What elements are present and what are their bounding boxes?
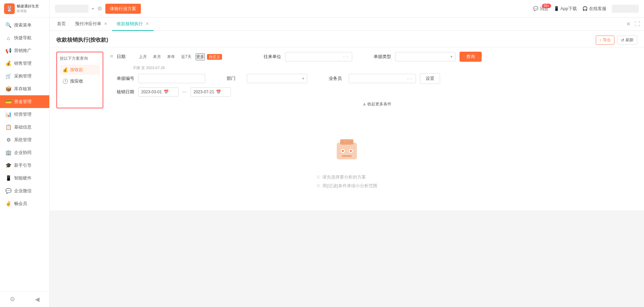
doc-type-label: 单据类型: [374, 54, 391, 60]
tabbar: 首页 预付冲应付单 ✕ 收款核销执行 ✕ ✕ ⛶: [50, 17, 644, 31]
page-title: 收款核销执行(按收款): [56, 37, 108, 44]
logo-text: 畅捷通好生意 标准版: [17, 4, 39, 13]
sidebar-item-guide[interactable]: 🎓 新手引导: [0, 159, 49, 172]
empty-hint-2: ② 用[过滤]条件来缩小分析范围: [316, 182, 377, 190]
tabbar-actions: ✕ ⛶: [625, 21, 641, 27]
date-unlimited-text: 不限 至 2023-07-26: [133, 65, 637, 70]
logo-icon: 🐰: [4, 3, 15, 14]
member-icon: ✌: [5, 201, 11, 207]
refresh-button[interactable]: ↺ 刷新: [617, 36, 637, 45]
topbar-gear-icon[interactable]: ⚙: [97, 5, 102, 12]
sidebar-item-sales[interactable]: 💰 销售管理: [0, 57, 49, 70]
filter-row-1: 日期 上月 本月 本年 近7天 更多 自定义 往来单位 ···: [117, 52, 637, 62]
doc-no-input[interactable]: [138, 74, 205, 83]
basic-info-icon: 📋: [5, 124, 11, 130]
tab-close-all-icon[interactable]: ✕: [625, 21, 632, 27]
tab-expand-icon[interactable]: ⛶: [633, 21, 641, 27]
dept-select[interactable]: ▾: [247, 74, 307, 83]
query-button[interactable]: 查询: [460, 52, 482, 62]
sidebar-settings-icon[interactable]: ⚙: [7, 294, 18, 304]
verify-date-start-input[interactable]: 2023-03-01 📅: [138, 87, 178, 97]
tab-home[interactable]: 首页: [52, 17, 70, 31]
verify-date-label: 核销日期: [117, 89, 134, 95]
topbar-brand: [55, 5, 89, 13]
filter-row-2: 单据编号 部门 ▾ 业务员 ··· 设置: [117, 73, 637, 84]
operations-icon: 📊: [5, 111, 11, 117]
date-btn-more[interactable]: 更多: [196, 53, 205, 60]
inventory-icon: 📦: [5, 86, 11, 92]
sidebar-item-basic-info[interactable]: 📋 基础信息: [0, 121, 49, 134]
date-btn-last-month[interactable]: 上月: [137, 53, 149, 60]
empty-hint-1: ① 请先选择要分析的方案: [316, 173, 377, 182]
sidebar-item-system[interactable]: ⚙ 系统管理: [0, 134, 49, 146]
tab-prepay-close[interactable]: ✕: [104, 22, 107, 26]
partner-dots[interactable]: ···: [343, 54, 349, 59]
topbar-right: 💬 消息 99+ 📱 App下载 🎧 在线客服: [533, 5, 639, 13]
marketing-icon: 📢: [5, 48, 11, 54]
tab-collect[interactable]: 收款核销执行 ✕: [112, 17, 154, 31]
purchase-icon: 🛒: [5, 73, 11, 79]
setting-button[interactable]: 设置: [420, 73, 440, 84]
tab-collect-close[interactable]: ✕: [146, 22, 149, 26]
calendar-end-icon[interactable]: 📅: [216, 90, 221, 94]
filter-form: 日期 上月 本月 本年 近7天 更多 自定义 往来单位 ···: [117, 52, 637, 108]
staff-dots[interactable]: ···: [407, 76, 413, 81]
filter-scheme-by-collect[interactable]: 💰 按收款: [60, 65, 100, 75]
verify-date-end-input[interactable]: 2023-07-21 📅: [191, 87, 231, 97]
sidebar-item-wechat[interactable]: 💬 企业微信: [0, 185, 49, 197]
topbar-user-info[interactable]: [612, 5, 639, 13]
topbar-message-button[interactable]: 💬 消息 99+: [533, 6, 548, 12]
sidebar-item-quick-nav[interactable]: ⌂ 快捷导航: [0, 32, 49, 44]
system-icon: ⚙: [5, 137, 11, 143]
empty-state: ① 请先选择要分析的方案 ② 用[过滤]条件来缩小分析范围: [50, 112, 644, 210]
filter-collapse-button[interactable]: «: [110, 52, 113, 59]
filter-setting-column: 设置: [420, 73, 440, 84]
date-btn-last-7[interactable]: 近7天: [179, 53, 194, 60]
svg-point-5: [350, 150, 352, 152]
sidebar-bottom: ⚙ ◀: [0, 291, 49, 307]
message-badge: 99+: [542, 4, 551, 8]
sidebar-item-hardware[interactable]: 📱 智能硬件: [0, 172, 49, 185]
calendar-start-icon[interactable]: 📅: [164, 90, 169, 94]
date-btn-this-month[interactable]: 本月: [151, 53, 163, 60]
dept-chevron: ▾: [302, 76, 304, 81]
sidebar-collapse-icon[interactable]: ◀: [32, 294, 42, 304]
filter-area: 按以下方案查询 💰 按收款 🕐 按应收 « 日期 上月 本: [50, 48, 644, 112]
dept-label: 部门: [227, 75, 243, 82]
collapse-more-button[interactable]: ∧ 收起更多条件: [117, 100, 637, 108]
sales-icon: 💰: [5, 60, 11, 66]
topbar-dropdown-arrow[interactable]: ▾: [92, 6, 94, 11]
partner-input[interactable]: ···: [285, 52, 352, 61]
by-receivable-icon: 🕐: [62, 79, 68, 84]
sidebar-item-marketing[interactable]: 📢 营销推广: [0, 44, 49, 57]
sidebar-item-inventory[interactable]: 📦 库存核算: [0, 83, 49, 95]
topbar-app-download[interactable]: 📱 App下载: [554, 6, 577, 12]
filter-scheme-panel: 按以下方案查询 💰 按收款 🕐 按应收: [56, 52, 103, 108]
topbar-online-service[interactable]: 🎧 在线客服: [582, 6, 606, 12]
doc-type-select[interactable]: ▾: [395, 52, 455, 61]
guide-icon: 🎓: [5, 162, 11, 168]
sidebar-item-purchase[interactable]: 🛒 采购管理: [0, 70, 49, 83]
sidebar-logo: 🐰 畅捷通好生意 标准版: [0, 0, 49, 17]
sidebar-item-capital[interactable]: 💳 资金管理: [0, 95, 49, 108]
date-custom-badge[interactable]: 自定义: [207, 54, 222, 60]
service-icon: 🎧: [582, 6, 588, 11]
svg-rect-6: [342, 155, 352, 157]
export-button[interactable]: ↑ 导出: [596, 36, 614, 45]
sidebar-item-operations[interactable]: 📊 经营管理: [0, 108, 49, 121]
staff-input[interactable]: ···: [349, 74, 416, 83]
topbar-industry-button[interactable]: 体验行业方案: [105, 4, 141, 14]
staff-label: 业务员: [329, 75, 345, 82]
home-icon: ⌂: [5, 35, 11, 41]
tab-prepay[interactable]: 预付冲应付单 ✕: [70, 17, 112, 31]
filter-row-3: 核销日期 2023-03-01 📅 — 2023-07-21 📅: [117, 87, 637, 97]
sidebar-item-enterprise[interactable]: 🏢 企业协同: [0, 146, 49, 159]
sidebar-item-search[interactable]: 🔍 搜索菜单: [0, 19, 49, 32]
date-btn-this-year[interactable]: 本年: [165, 53, 177, 60]
filter-query-column: 查询: [460, 52, 482, 62]
partner-label: 往来单位: [264, 54, 281, 60]
hardware-icon: 📱: [5, 175, 11, 181]
filter-scheme-by-receivable[interactable]: 🕐 按应收: [60, 76, 100, 86]
date-label: 日期: [117, 54, 133, 60]
sidebar-item-member[interactable]: ✌ 畅会员: [0, 197, 49, 210]
